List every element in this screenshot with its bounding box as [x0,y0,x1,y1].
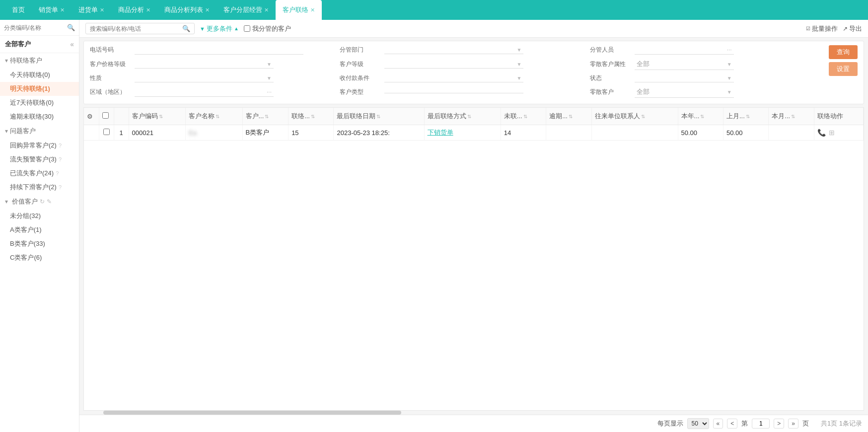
query-btn[interactable]: 查询 [829,45,858,59]
nav-purchase-order[interactable]: 进货单 ✕ [72,0,111,20]
sidebar-item-overdue[interactable]: 逾期未联络(30) [0,110,79,124]
sidebar-all-customers[interactable]: 全部客户 « [0,36,79,53]
sort-icon-this-month: ⇅ [791,114,795,119]
col-header-check[interactable] [99,108,114,125]
col-header-settings[interactable]: ⚙ [84,108,99,125]
settings-btn[interactable]: 设置 [829,62,858,76]
filter-retail-attr: 零散客户属性 全部 ▼ [590,59,820,70]
filter-manager-select[interactable]: ··· [635,45,734,55]
col-header-no-contact[interactable]: 未联... ⇅ [501,108,546,125]
nav-product-analysis[interactable]: 商品分析 ✕ [111,0,157,20]
page-size-select[interactable]: 50 [687,418,709,429]
row-checkbox[interactable] [103,129,110,135]
filter-payment-select[interactable]: ▼ [384,74,523,82]
sidebar-item-a-class[interactable]: A类客户(1) [0,223,79,237]
row-name[interactable]: Ea [186,125,243,141]
nav-sales-order[interactable]: 销货单 ✕ [32,0,72,20]
nav-customer-contact[interactable]: 客户联络 ✕ [276,0,322,20]
filter-nature-select[interactable]: ▼ [135,74,274,82]
nav-customer-segment[interactable]: 客户分层经营 ✕ [217,0,276,20]
nav-product-analysis-list[interactable]: 商品分析列表 ✕ [157,0,217,20]
status-chevron-icon: ▼ [727,75,732,81]
search-input[interactable] [90,25,180,32]
nav-product-list-close[interactable]: ✕ [205,7,210,13]
nav-contact-close[interactable]: ✕ [310,7,315,13]
row-check[interactable] [99,125,114,141]
next-page-btn[interactable]: > [774,419,784,429]
filter-status-select[interactable]: ▼ [635,74,734,82]
region-dots-icon: ··· [267,88,272,95]
col-header-last-method[interactable]: 最后联络方式 ⇅ [424,108,501,125]
batch-op-btn[interactable]: ☑ 批量操作 [806,24,838,33]
filter-retail-attr-select[interactable]: 全部 ▼ [635,59,734,70]
value-edit-icon[interactable]: ✎ [47,198,52,205]
search-icon[interactable]: 🔍 [182,25,190,32]
first-page-btn[interactable]: « [713,419,723,429]
nav-product-analysis-close[interactable]: ✕ [146,7,150,13]
horizontal-scrollbar[interactable] [83,411,864,415]
filter-retail-customer-select[interactable]: 全部 ▼ [635,86,734,98]
my-customer-checkbox[interactable] [244,25,250,32]
col-header-last-date[interactable]: 最后联络日期 ⇅ [334,108,424,125]
filter-status-label: 状态 [590,74,635,82]
row-last-date: 2023-05-23 18:25: [334,125,424,141]
sort-icon-last-date: ⇅ [376,114,380,119]
filter-retail-customer-label: 零散客户 [590,88,635,96]
filter-region-select[interactable]: ··· [135,87,274,97]
scrollbar-thumb[interactable] [103,411,401,415]
sidebar-collapse-btn[interactable]: « [70,40,74,48]
col-header-code[interactable]: 客户编码 ⇅ [129,108,186,125]
action-grid-icon[interactable]: ⊞ [829,129,835,137]
prev-page-btn[interactable]: < [727,419,737,429]
last-contact-method-link[interactable]: 下销货单 [428,129,453,136]
sidebar-item-c-class[interactable]: C类客户(6) [0,251,79,265]
per-page-label: 每页显示 [657,419,683,428]
action-phone-icon[interactable]: 📞 [817,129,826,137]
page-input[interactable] [752,419,770,429]
sidebar-search-input[interactable] [4,24,65,31]
col-header-last-month[interactable]: 上月... ⇅ [723,108,768,125]
filter-dept: 分管部门 ▼ [340,46,570,54]
help-icon-declining: ? [59,184,62,190]
col-header-name[interactable]: 客户名称 ⇅ [186,108,243,125]
sidebar-item-tomorrow[interactable]: 明天待联络(1) [0,82,79,96]
sidebar-item-churned[interactable]: 已流失客户(24) ? [0,166,79,180]
filter-customer-type-select[interactable] [384,91,523,93]
col-header-this-month[interactable]: 本月... ⇅ [769,108,814,125]
sidebar-item-today[interactable]: 今天待联络(0) [0,68,79,82]
sidebar-item-ungrouped[interactable]: 未分组(32) [0,209,79,223]
sidebar-item-churn-warning[interactable]: 流失预警客户(3) ? [0,152,79,166]
filter-manager: 分管人员 ··· [590,45,820,55]
nav-purchase-close[interactable]: ✕ [100,7,104,13]
export-btn[interactable]: ↗ 导出 [843,24,862,33]
row-last-method[interactable]: 下销货单 [424,125,501,141]
filter-more-btn[interactable]: ▼ 更多条件 ▲ [200,24,239,33]
sidebar-search-icon[interactable]: 🔍 [67,24,75,31]
filter-region: 区域（地区） ··· [90,87,320,97]
content-area: 🔍 ▼ 更多条件 ▲ 我分管的客户 ☑ 批量操作 ↗ 导出 [79,20,868,432]
sidebar-item-7days[interactable]: 近7天待联络(0) [0,96,79,110]
filter-price-level-select[interactable]: ▼ [135,61,274,69]
sidebar-item-repurchase-anomaly[interactable]: 回购异常客户(2) ? [0,139,79,152]
col-header-contact[interactable]: 联络... ⇅ [289,108,334,125]
filter-customer-level-select[interactable]: ▼ [384,61,523,69]
filter-row-1: 电话号码 分管部门 ▼ 分管人员 [90,45,820,55]
nav-segment-close[interactable]: ✕ [264,7,269,13]
col-header-unit-contact[interactable]: 往来单位联系人 ⇅ [591,108,678,125]
col-header-overdue[interactable]: 逾期... ⇅ [546,108,591,125]
last-page-btn[interactable]: » [788,419,798,429]
col-header-type[interactable]: 客户... ⇅ [242,108,289,125]
value-refresh-icon[interactable]: ↻ [40,198,45,205]
nav-home[interactable]: 首页 [5,0,32,20]
nav-sales-order-close[interactable]: ✕ [60,7,65,13]
help-icon-churned: ? [56,170,59,176]
sidebar-item-b-class[interactable]: B类客户(33) [0,237,79,251]
my-customer-check[interactable]: 我分管的客户 [244,24,291,33]
filter-phone-input[interactable] [135,45,303,55]
filter-customer-type: 客户类型 [340,88,570,96]
select-all-checkbox[interactable] [102,112,109,119]
filter-dept-select[interactable]: ▼ [384,46,523,54]
sidebar-item-declining[interactable]: 持续下滑客户(2) ? [0,180,79,194]
col-header-this-year[interactable]: 本年... ⇅ [678,108,723,125]
sort-icon-contact: ⇅ [311,114,315,119]
